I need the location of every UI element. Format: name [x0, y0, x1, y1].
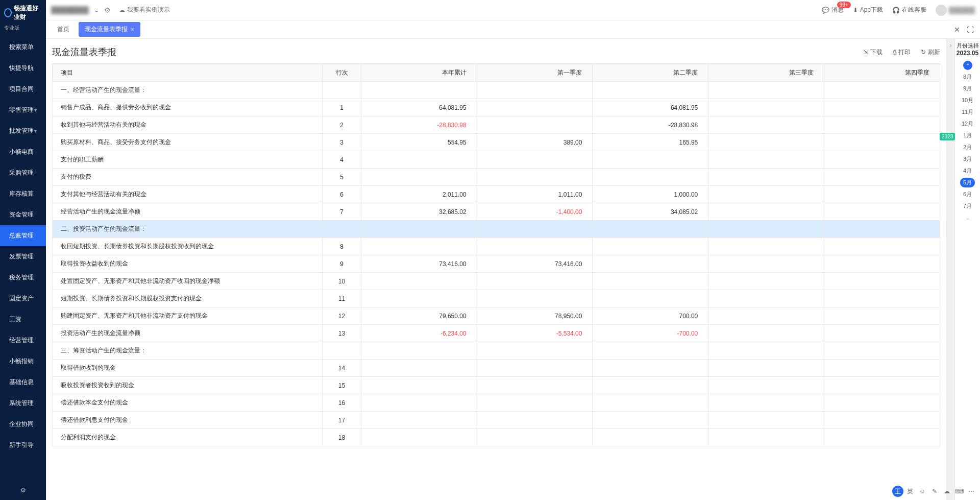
column-header: 第三季度 — [708, 64, 824, 82]
month-item[interactable]: 3月 — [960, 154, 975, 164]
download-icon: ⬇ — [853, 7, 858, 14]
table-row[interactable]: 三、筹资活动产生的现金流量： — [53, 342, 940, 360]
table-row[interactable]: 收到其他与经营活动有关的现金2-28,830.98-28,830.98 — [53, 116, 940, 134]
sidebar-item[interactable]: 税务管理 — [0, 267, 46, 288]
tab-home[interactable]: 首页 — [51, 22, 76, 37]
month-item[interactable]: 5月 — [960, 178, 975, 187]
page-title: 现金流量表季报 — [52, 46, 116, 58]
tab-close-all-icon[interactable]: ✕ — [952, 25, 962, 34]
table-row[interactable]: 购建固定资产、无形资产和其他非流动资产支付的现金1279,650.0078,95… — [53, 307, 940, 325]
month-down-icon[interactable]: ⌄ — [965, 214, 970, 221]
table-row[interactable]: 取得借款收到的现金14 — [53, 360, 940, 377]
month-item[interactable]: 6月 — [960, 189, 975, 199]
table-row[interactable]: 支付的职工薪酬4 — [53, 151, 940, 169]
ime-icon[interactable]: 王 — [892, 486, 903, 497]
headset-icon: 🎧 — [892, 7, 900, 14]
org-name[interactable]: ████████ — [51, 6, 89, 14]
ime-edit-icon[interactable]: ✎ — [929, 486, 940, 497]
sidebar-item[interactable]: 发票管理 — [0, 246, 46, 267]
month-item[interactable]: 2月 — [960, 142, 975, 152]
sidebar-item[interactable]: 基础信息 — [0, 372, 46, 393]
table-row[interactable]: 经营活动产生的现金流量净额732,685.02-1,400.0034,085.0… — [53, 203, 940, 221]
column-header: 本年累计 — [361, 64, 477, 82]
table-row[interactable]: 购买原材料、商品、接受劳务支付的现金3554.95389.00165.95 — [53, 134, 940, 151]
month-item[interactable]: 4月 — [960, 166, 975, 176]
table-row[interactable]: 偿还借款本金支付的现金16 — [53, 394, 940, 412]
support-button[interactable]: 🎧 在线客服 — [892, 6, 926, 14]
table-row[interactable]: 收回短期投资、长期债券投资和长期股权投资收到的现金8 — [53, 238, 940, 255]
download-button[interactable]: ⇲下载 — [863, 48, 883, 57]
table-row[interactable]: 偿还借款利息支付的现金17 — [53, 412, 940, 429]
sidebar-item[interactable]: 项目合同 — [0, 79, 46, 100]
sidebar-item[interactable]: 总账管理 — [0, 225, 46, 246]
column-header: 第二季度 — [593, 64, 708, 82]
month-item[interactable]: 9月 — [960, 84, 975, 93]
tab-bar: 首页 现金流量表季报 × ✕ ⛶ — [46, 20, 980, 39]
user-menu[interactable]: ██████ — [936, 5, 975, 16]
table-row[interactable]: 短期投资、长期债券投资和长期股权投资支付的现金11 — [53, 290, 940, 307]
fullscreen-icon[interactable]: ⛶ — [966, 25, 975, 34]
month-item[interactable]: 8月 — [960, 72, 975, 82]
ime-cloud-icon[interactable]: ☁ — [941, 486, 952, 497]
sidebar-item[interactable]: 新手引导 — [0, 435, 46, 456]
month-item[interactable]: 7月 — [960, 201, 975, 211]
messages-button[interactable]: 💬 消息 99+ — [822, 6, 844, 14]
settings-icon[interactable]: ⚙ — [0, 481, 46, 500]
month-item[interactable]: 12月 — [959, 119, 976, 129]
tab-cash-flow[interactable]: 现金流量表季报 × — [79, 22, 140, 37]
refresh-button[interactable]: ↻刷新 — [921, 48, 940, 57]
sidebar-item[interactable]: 库存核算 — [0, 183, 46, 204]
download-icon: ⇲ — [863, 49, 868, 56]
table-row[interactable]: 分配利润支付的现金18 — [53, 429, 940, 446]
table-row[interactable]: 一、经营活动产生的现金流量： — [53, 82, 940, 99]
table-row[interactable]: 二、投资活动产生的现金流量： — [53, 221, 940, 238]
month-item[interactable]: 11月 — [959, 107, 976, 117]
logo-icon — [4, 8, 12, 17]
logo-text: 畅捷通好业财 — [14, 4, 42, 21]
month-up-icon[interactable]: ⌃ — [963, 61, 972, 70]
print-button[interactable]: ⎙打印 — [893, 48, 911, 57]
sidebar-item[interactable]: 快捷导航 — [0, 58, 46, 79]
sidebar-item[interactable]: 搜索菜单 — [0, 37, 46, 58]
edition-label: 专业版 — [0, 25, 46, 32]
cash-flow-table: 项目行次本年累计第一季度第二季度第三季度第四季度 一、经营活动产生的现金流量：销… — [52, 64, 940, 446]
month-item[interactable]: 10月 — [959, 96, 976, 105]
month-label: 月份选择 — [957, 42, 979, 50]
close-icon[interactable]: × — [131, 26, 134, 33]
sidebar-item[interactable]: 企业协同 — [0, 414, 46, 435]
table-row[interactable]: 取得投资收益收到的现金973,416.0073,416.00 — [53, 255, 940, 273]
org-dropdown-icon[interactable]: ⌄ — [94, 7, 99, 14]
refresh-icon: ↻ — [921, 49, 926, 56]
table-row[interactable]: 销售产成品、商品、提供劳务收到的现金164,081.9564,081.95 — [53, 99, 940, 116]
column-header: 项目 — [53, 64, 323, 82]
table-row[interactable]: 支付的税费5 — [53, 169, 940, 186]
sidebar-item[interactable]: 零售管理▾ — [0, 100, 46, 121]
table-row[interactable]: 处置固定资产、无形资产和其他非流动资产收回的现金净额10 — [53, 273, 940, 290]
chevron-down-icon: ▾ — [34, 128, 37, 134]
table-row[interactable]: 吸收投资者投资收到的现金15 — [53, 377, 940, 394]
ime-more-icon[interactable]: ⋯ — [966, 486, 977, 497]
sidebar: 畅捷通好业财 专业版 搜索菜单快捷导航项目合同零售管理▾批发管理▾小畅电商采购管… — [0, 0, 46, 500]
sidebar-item[interactable]: 固定资产 — [0, 288, 46, 309]
table-row[interactable]: 支付其他与经营活动有关的现金62,011.001,011.001,000.00 — [53, 186, 940, 203]
sidebar-item[interactable]: 小畅电商 — [0, 141, 46, 162]
message-badge: 99+ — [837, 2, 851, 8]
gear-icon[interactable]: ⚙ — [104, 6, 111, 14]
column-header: 第四季度 — [824, 64, 940, 82]
expand-toggle[interactable]: › — [946, 39, 954, 500]
sidebar-item[interactable]: 小畅报销 — [0, 351, 46, 372]
month-value: 2023.05 — [957, 50, 978, 57]
sidebar-item[interactable]: 工资 — [0, 309, 46, 330]
sidebar-item[interactable]: 采购管理 — [0, 162, 46, 183]
sidebar-item[interactable]: 资金管理 — [0, 204, 46, 225]
table-row[interactable]: 投资活动产生的现金流量净额13-6,234.00-5,534.00-700.00 — [53, 325, 940, 342]
sidebar-item[interactable]: 系统管理 — [0, 393, 46, 414]
sidebar-item[interactable]: 经营管理 — [0, 330, 46, 351]
month-item[interactable]: 1月 — [960, 131, 975, 140]
ime-emoji-icon[interactable]: ☺ — [917, 486, 928, 497]
sidebar-item[interactable]: 批发管理▾ — [0, 121, 46, 141]
demo-link[interactable]: ☁ 我要看实例演示 — [119, 6, 170, 14]
ime-keyboard-icon[interactable]: ⌨ — [953, 486, 965, 497]
download-button[interactable]: ⬇ App下载 — [853, 6, 883, 14]
ime-lang[interactable]: 英 — [904, 486, 916, 497]
